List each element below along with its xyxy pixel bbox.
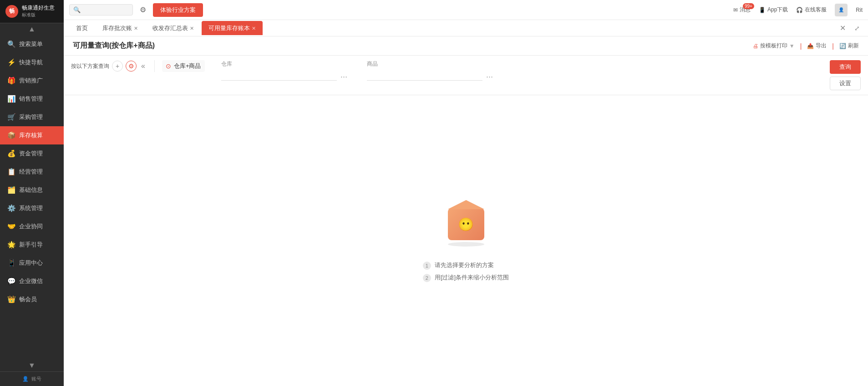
tab-close-receipt-summary[interactable]: ✕ [190, 26, 194, 31]
sidebar-item-purchase[interactable]: 🛒采购管理 [0, 108, 64, 126]
product-input[interactable] [367, 70, 482, 81]
sidebar-icon-marketing: 🎁 [7, 77, 15, 85]
warehouse-more-icon[interactable]: … [340, 71, 349, 79]
tab-close-batch-ledger[interactable]: ✕ [134, 26, 138, 31]
warehouse-input[interactable] [221, 70, 337, 81]
sidebar-label-basic: 基础信息 [19, 186, 43, 194]
search-input[interactable] [82, 7, 129, 13]
message-icon: ✉ [733, 7, 738, 13]
sidebar-scroll-up[interactable]: ▲ [0, 23, 64, 35]
query-button[interactable]: 查询 [830, 60, 861, 74]
print-dropdown-icon[interactable]: ▼ [789, 43, 795, 49]
page-actions: 🖨 按模板打印 ▼ | 📤 导出 | 🔄 刷新 [753, 42, 859, 50]
app-download-label: App下载 [767, 6, 788, 14]
sidebar-label-sales: 销售管理 [19, 95, 43, 103]
sidebar-title: 畅康通好生意 [22, 5, 55, 12]
topbar: 🔍 ⚙ 体验行业方案 ✉ 消息 99+ 📱 App下载 🎧 在线客服 👤 Rit [64, 0, 868, 20]
sidebar-scroll-down[interactable]: ▼ [0, 360, 64, 371]
message-button[interactable]: ✉ 消息 99+ [733, 6, 751, 14]
export-icon: 📤 [807, 43, 814, 49]
print-icon: 🖨 [753, 43, 758, 49]
avatar[interactable]: 👤 [835, 4, 848, 16]
sidebar-header: 畅 畅康通好生意 标准版 [0, 0, 64, 23]
refresh-button[interactable]: 🔄 刷新 [839, 42, 859, 50]
sidebar-icon-guide: 🌟 [7, 241, 15, 249]
filter-settings-button[interactable]: 设置 [830, 77, 861, 90]
sidebar-icon-search: 🔍 [7, 40, 15, 48]
filter-scheme-label: 按以下方案查询 [71, 62, 109, 70]
refresh-label: 刷新 [848, 42, 859, 50]
tab-available-ledger[interactable]: 可用量库存账本✕ [202, 21, 263, 35]
product-field: 商品 … [367, 60, 494, 81]
tab-label-home: 首页 [76, 24, 88, 32]
empty-box: 😶 [448, 208, 484, 240]
sidebar-bottom-icon: 👤 [22, 376, 29, 382]
page-header: 可用量查询(按仓库+商品) 🖨 按模板打印 ▼ | 📤 导出 | 🔄 刷新 [64, 36, 868, 56]
sidebar-brand: 畅康通好生意 标准版 [22, 5, 55, 18]
scheme-list: ⊙ 仓库+商品 [162, 60, 214, 72]
scheme-settings-button[interactable]: ⚙ [126, 61, 137, 72]
close-all-tabs-button[interactable]: ✕ [837, 23, 848, 34]
sidebar-item-sales[interactable]: 📊销售管理 [0, 90, 64, 108]
expand-button[interactable]: ⤢ [852, 23, 863, 34]
page-title: 可用量查询(按仓库+商品) [73, 41, 753, 51]
sidebar-label-marketing: 营销推广 [19, 77, 43, 85]
sidebar-item-enterprise[interactable]: 🤝企业协同 [0, 217, 64, 236]
sidebar-label-member: 畅会员 [19, 295, 37, 304]
sidebar-icon-member: 👑 [7, 295, 15, 304]
topbar-search-box: 🔍 [69, 4, 133, 15]
sidebar-label-search: 搜索菜单 [19, 40, 43, 48]
empty-face-icon: 😶 [458, 217, 474, 232]
tab-batch-ledger[interactable]: 库存批次账✕ [96, 21, 145, 35]
tab-label-receipt-summary: 收发存汇总表 [152, 24, 188, 32]
app-download-button[interactable]: 📱 App下载 [759, 6, 788, 14]
sidebar-icon-purchase: 🛒 [7, 113, 15, 121]
scheme-item-label: 仓库+商品 [174, 62, 201, 70]
topbar-right: ✉ 消息 99+ 📱 App下载 🎧 在线客服 👤 Rit [733, 4, 863, 16]
settings-icon[interactable]: ⚙ [137, 4, 149, 16]
product-input-row: … [367, 70, 494, 81]
product-label: 商品 [367, 60, 494, 68]
scheme-item-warehouse-product[interactable]: ⊙ 仓库+商品 [162, 60, 205, 72]
logo-text: 畅 [9, 7, 15, 15]
sidebar-item-operations[interactable]: 📋经营管理 [0, 163, 64, 181]
collapse-button[interactable]: « [139, 60, 147, 72]
sidebar-icon-shortcut: ⚡ [7, 58, 15, 67]
export-label: 导出 [816, 42, 827, 50]
empty-shadow [448, 242, 484, 247]
print-label: 按模板打印 [760, 42, 787, 50]
sidebar-item-wechat[interactable]: 💬企业微信 [0, 272, 64, 290]
tip-text-1: 请先选择要分析的方案 [435, 261, 494, 269]
online-service-button[interactable]: 🎧 在线客服 [796, 6, 827, 14]
sidebar-bottom[interactable]: 👤 账号 [0, 371, 64, 386]
export-button[interactable]: 📤 导出 [807, 42, 827, 50]
tab-receipt-summary[interactable]: 收发存汇总表✕ [146, 21, 201, 35]
sidebar-item-guide[interactable]: 🌟新手引导 [0, 236, 64, 254]
tab-label-available-ledger: 可用量库存账本 [208, 24, 250, 32]
add-scheme-button[interactable]: + [112, 61, 123, 72]
headset-icon: 🎧 [796, 7, 803, 13]
product-more-icon[interactable]: … [485, 71, 494, 79]
trial-button[interactable]: 体验行业方案 [153, 3, 203, 17]
sidebar-item-finance[interactable]: 💰资金管理 [0, 144, 64, 163]
sidebar-label-finance: 资金管理 [19, 149, 43, 158]
sidebar-item-member[interactable]: 👑畅会员 [0, 290, 64, 309]
content-area: 可用量查询(按仓库+商品) 🖨 按模板打印 ▼ | 📤 导出 | 🔄 刷新 [64, 36, 868, 386]
sidebar-icon-apps: 📱 [7, 259, 15, 267]
sidebar-item-search[interactable]: 🔍搜索菜单 [0, 35, 64, 53]
warehouse-label: 仓库 [221, 60, 349, 68]
tip-num-2: 2 [423, 274, 431, 282]
tip-num-1: 1 [423, 262, 431, 270]
sidebar-item-basic[interactable]: 🗂️基础信息 [0, 181, 64, 199]
sidebar-item-shortcut[interactable]: ⚡快捷导航 [0, 53, 64, 72]
tab-home[interactable]: 首页 [69, 21, 95, 35]
print-button[interactable]: 🖨 按模板打印 ▼ [753, 42, 795, 50]
sidebar-item-marketing[interactable]: 🎁营销推广 [0, 72, 64, 90]
sidebar-item-inventory[interactable]: 📦库存核算 [0, 126, 64, 144]
sidebar-label-enterprise: 企业协同 [19, 222, 43, 231]
empty-illustration: 😶 [439, 199, 493, 254]
username[interactable]: Rit [856, 7, 863, 13]
sidebar-item-system[interactable]: ⚙️系统管理 [0, 199, 64, 217]
tab-close-available-ledger[interactable]: ✕ [252, 26, 256, 31]
sidebar-item-apps[interactable]: 📱应用中心 [0, 254, 64, 272]
